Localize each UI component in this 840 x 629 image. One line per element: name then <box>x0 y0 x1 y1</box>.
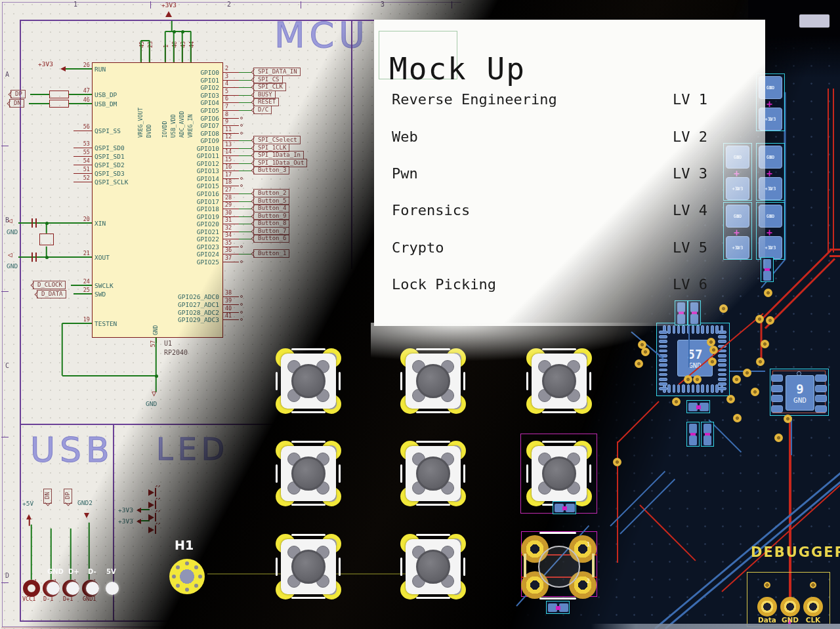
button-plunger <box>416 364 450 398</box>
card-row-label: Web <box>392 129 418 145</box>
silkscreen-line <box>400 558 402 576</box>
cap-pad <box>566 504 575 512</box>
tactile-button <box>276 348 341 414</box>
button-plunger <box>416 550 450 584</box>
composite-screenshot: 57 GND 9 GND 1GND+2+3V31GND+2+3V31GND+2+… <box>0 0 840 629</box>
silkscreen-line <box>291 441 326 443</box>
tactile-button <box>276 441 341 506</box>
tactile-button-pcb: 12 <box>526 534 592 599</box>
usb-pad-label: D- <box>88 568 96 575</box>
usb-pad-white <box>86 582 99 595</box>
card-row[interactable]: PwnLV 3 <box>374 165 765 182</box>
usb-pad-white <box>66 582 79 595</box>
usb-pad-label: 5V <box>106 568 116 575</box>
card-row-level: LV 4 <box>673 202 707 218</box>
hole-dot <box>198 575 202 578</box>
polarity-mark <box>556 606 560 610</box>
card-row-level: LV 1 <box>673 91 707 108</box>
hole-dot <box>185 561 189 565</box>
card-row-label: Forensics <box>392 202 470 218</box>
silkscreen-line <box>416 534 450 536</box>
mounting-hole-h1 <box>169 559 205 594</box>
polarity-mark <box>562 506 567 510</box>
silkscreen-line <box>463 372 465 390</box>
silkscreen-line <box>339 372 341 390</box>
silkscreen-line <box>589 464 591 483</box>
silkscreen-line <box>276 372 278 390</box>
silkscreen-line <box>463 464 465 483</box>
hole-dot <box>194 565 198 569</box>
hole-dot <box>176 565 180 569</box>
hole-dot <box>194 584 198 588</box>
card-row[interactable]: ForensicsLV 4 <box>374 202 765 219</box>
card-row-level: LV 2 <box>673 129 707 145</box>
pad-number: 2 <box>587 578 590 584</box>
silkscreen-line <box>526 372 528 390</box>
silkscreen-line <box>276 558 278 576</box>
silkscreen-line <box>592 554 595 577</box>
button-plunger-outline <box>538 546 580 588</box>
silkscreen-line <box>539 598 576 599</box>
card-bottom-glow <box>371 323 653 361</box>
usb-pad-white <box>106 582 119 595</box>
mounting-hole-label: H1 <box>175 538 194 552</box>
silkscreen-line <box>339 464 341 483</box>
silkscreen-line <box>291 504 326 506</box>
hole-dot <box>185 588 189 592</box>
silkscreen-line <box>416 597 450 599</box>
silkscreen-line <box>291 534 326 536</box>
small-cap-footprint <box>553 501 576 514</box>
button-plunger <box>416 457 450 491</box>
button-plunger <box>291 364 326 398</box>
silkscreen-line <box>463 558 465 576</box>
silkscreen-line <box>291 411 326 413</box>
silkscreen-line <box>539 532 576 534</box>
silkscreen-line <box>416 411 450 413</box>
silkscreen-line <box>416 504 450 506</box>
usb-pad-white <box>47 582 60 595</box>
cap-pad <box>559 603 568 612</box>
card-title: Mock Up <box>389 51 526 87</box>
silkscreen-line <box>542 411 576 413</box>
silkscreen-line <box>400 372 402 390</box>
silkscreen-line <box>291 348 326 350</box>
silkscreen-line <box>276 464 278 483</box>
card-row-level: LV 6 <box>673 276 707 293</box>
mockup-card: Mock Up Reverse EngineeringLV 1WebLV 2Pw… <box>374 20 765 326</box>
silkscreen-line <box>339 558 341 576</box>
button-plunger <box>291 550 326 584</box>
silkscreen-line <box>416 441 450 443</box>
tactile-button <box>400 534 466 599</box>
silkscreen-line <box>589 372 591 390</box>
hole-dot <box>176 584 180 588</box>
hole-dot <box>172 575 176 578</box>
card-row[interactable]: Reverse EngineeringLV 1 <box>374 91 765 108</box>
card-row[interactable]: CryptoLV 5 <box>374 239 765 256</box>
card-row-label: Reverse Engineering <box>392 91 557 108</box>
card-row-label: Crypto <box>392 239 444 256</box>
card-row[interactable]: WebLV 2 <box>374 129 765 146</box>
small-cap-footprint <box>546 601 570 614</box>
card-row-label: Lock Picking <box>392 276 496 293</box>
tactile-button <box>276 534 341 599</box>
silkscreen-line <box>400 464 402 483</box>
silkscreen-line <box>524 554 526 577</box>
tactile-button <box>526 441 592 506</box>
card-row-level: LV 5 <box>673 239 707 256</box>
silkscreen-line <box>291 597 326 599</box>
tactile-button <box>400 441 466 506</box>
card-row[interactable]: Lock PickingLV 6 <box>374 276 765 293</box>
button-plunger <box>291 457 326 491</box>
silkscreen-line <box>542 441 576 443</box>
card-row-label: Pwn <box>392 165 418 182</box>
usb-pad-label: D+ <box>68 568 79 575</box>
usb-pad-label: GND <box>47 568 64 575</box>
card-row-level: LV 3 <box>673 165 707 182</box>
button-plunger <box>542 364 576 398</box>
silkscreen-line <box>526 464 528 483</box>
pad-number: 1 <box>587 542 590 548</box>
button-plunger <box>542 457 576 491</box>
